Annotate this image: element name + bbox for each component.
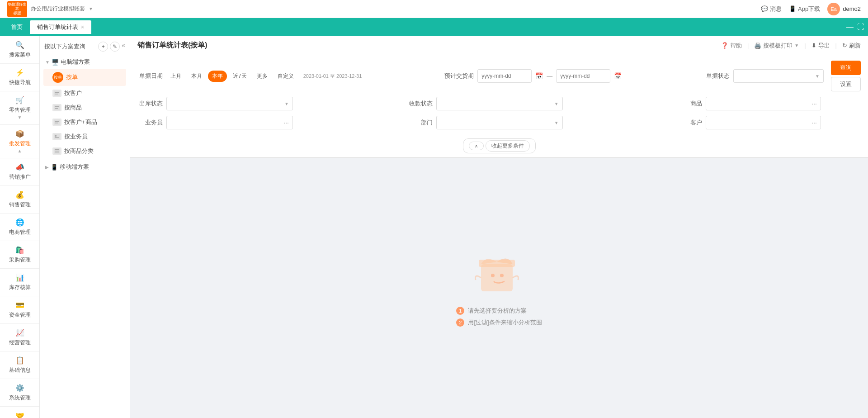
by-sales-icon — [52, 133, 61, 140]
cal-icon-2[interactable]: 📅 — [614, 72, 622, 80]
sidebar-item-wholesale[interactable]: 📦 批发管理 ▲ — [0, 125, 39, 158]
sidebar-item-system[interactable]: ⚙️ 系统管理 — [0, 379, 39, 407]
edit-scheme-btn[interactable]: ✎ — [110, 42, 120, 52]
filter-row-1: 单据日期 上月 本月 本年 近7天 更多 自定义 2023-01-01 至 20… — [137, 61, 861, 91]
sidebar: 🔍 搜索菜单 ⚡ 快捷导航 🛒 零售管理 ▼ 📦 批发管理 ▲ 📣 营销推广 💰… — [0, 36, 40, 418]
by-customer-icon — [52, 90, 61, 97]
tree-parent-desktop[interactable]: ▼ 🖥️ 电脑端方案 — [43, 55, 126, 69]
tree-child-by-customer[interactable]: 按客户 — [43, 86, 126, 100]
query-btn[interactable]: 查询 — [831, 61, 861, 75]
step-2-num: 2 — [456, 318, 464, 327]
department-select[interactable]: ▼ — [436, 116, 563, 129]
refresh-btn[interactable]: ↻ 刷新 — [842, 42, 861, 50]
filter-main: 单据日期 上月 本月 本年 近7天 更多 自定义 2023-01-01 至 20… — [130, 55, 868, 158]
settings-btn[interactable]: 设置 — [831, 77, 861, 91]
cal-icon-1[interactable]: 📅 — [535, 72, 543, 80]
tree-child-by-salesperson[interactable]: 按业务员 — [43, 129, 126, 144]
collapse-row[interactable]: ∧ 收起更多条件 — [130, 135, 868, 157]
collab-icon: 🤝 — [15, 411, 24, 418]
goods-select[interactable]: ··· — [706, 97, 821, 110]
shipment-status-select[interactable]: ▼ — [166, 97, 293, 110]
svg-rect-3 — [54, 105, 60, 110]
goods-label: 商品 — [677, 100, 702, 108]
date-last-month-btn[interactable]: 上月 — [166, 71, 185, 82]
tab-home[interactable]: 首页 — [4, 20, 30, 34]
salesperson-dots-icon: ··· — [283, 119, 289, 126]
sidebar-item-finance[interactable]: 💳 资金管理 — [0, 296, 39, 324]
svg-rect-9 — [54, 134, 60, 139]
sidebar-item-marketing[interactable]: 📣 营销推广 — [0, 158, 39, 186]
empty-state: 1 请先选择要分析的方案 2 用[过滤]条件来缩小分析范围 — [130, 158, 868, 418]
logo: 畅捷通好生意 标版 — [7, 1, 27, 17]
sidebar-item-operations[interactable]: 📈 经营管理 — [0, 324, 39, 352]
sidebar-item-basic[interactable]: 📋 基础信息 — [0, 352, 39, 379]
salesperson-select[interactable]: ··· — [166, 116, 293, 129]
sidebar-item-collab[interactable]: 🤝 企业协同 — [0, 407, 39, 418]
filter-area: 单据日期 上月 本月 本年 近7天 更多 自定义 2023-01-01 至 20… — [130, 55, 868, 129]
sidebar-item-inventory[interactable]: 📊 库存核算 — [0, 269, 39, 296]
by-cat-icon — [52, 147, 61, 155]
sidebar-item-shortcuts[interactable]: ⚡ 快捷导航 — [0, 64, 39, 91]
sidebar-item-ecommerce[interactable]: 🌐 电商管理 — [0, 214, 39, 241]
payment-status-select[interactable]: ▼ — [436, 97, 563, 110]
customer-select[interactable]: ··· — [706, 116, 821, 129]
date-this-year-btn[interactable]: 本年 — [208, 71, 227, 82]
expected-date-end-input[interactable] — [556, 69, 610, 83]
tab-minimize-btn[interactable]: — — [846, 23, 854, 31]
date-this-month-btn[interactable]: 本月 — [187, 71, 206, 82]
user-area[interactable]: Ea demo2 — [827, 3, 861, 15]
by-goods-icon — [52, 104, 61, 111]
print-icon: 🖨️ — [754, 42, 761, 49]
add-scheme-btn[interactable]: + — [98, 42, 108, 52]
sidebar-item-purchase[interactable]: 🛍️ 采购管理 — [0, 241, 39, 269]
tree-parent-mobile[interactable]: ▶ 📱 移动端方案 — [43, 160, 126, 174]
app-download-btn[interactable]: 📱 App下载 — [789, 5, 820, 13]
app-dropdown[interactable]: ▼ — [89, 6, 93, 11]
purchase-icon: 🛍️ — [15, 246, 24, 254]
export-btn[interactable]: ⬇ 导出 — [811, 42, 830, 50]
date-custom-btn[interactable]: 自定义 — [274, 71, 298, 82]
tree-child-by-customer-goods[interactable]: 按客户+商品 — [43, 115, 126, 129]
expected-date-start-input[interactable] — [477, 69, 532, 83]
marketing-icon: 📣 — [15, 163, 24, 171]
tab-close-icon[interactable]: × — [81, 24, 84, 30]
dept-arrow-icon: ▼ — [554, 120, 559, 125]
svg-rect-2 — [55, 94, 58, 95]
expected-date-label: 预计交货期 — [444, 72, 474, 80]
mobile-expand-icon: ▶ — [45, 165, 49, 170]
sidebar-item-retail[interactable]: 🛒 零售管理 ▼ — [0, 91, 39, 125]
divider2: | — [804, 42, 806, 49]
order-status-select[interactable]: ▼ — [733, 69, 824, 83]
wholesale-arrow-icon: ▲ — [18, 148, 22, 153]
help-btn[interactable]: ❓ 帮助 — [721, 42, 742, 50]
sales-icon: 💰 — [15, 190, 24, 199]
date-7days-btn[interactable]: 近7天 — [229, 71, 251, 82]
ecommerce-icon: 🌐 — [15, 218, 24, 227]
message-btn[interactable]: 💬 消息 — [761, 5, 782, 13]
department-label: 部门 — [407, 119, 433, 127]
topbar-right: 💬 消息 📱 App下载 Ea demo2 — [761, 3, 861, 15]
tree-child-by-goods[interactable]: 按商品 — [43, 100, 126, 115]
tree-child-by-order[interactable]: 按单 按单 — [43, 69, 126, 86]
sidebar-item-search[interactable]: 🔍 搜索菜单 — [0, 36, 39, 64]
svg-rect-13 — [55, 149, 59, 150]
retail-icon: 🛒 — [15, 96, 24, 104]
print-btn[interactable]: 🖨️ 按模板打印 ▼ — [754, 42, 799, 50]
by-order-icon: 按单 — [52, 72, 63, 83]
sidebar-item-sales[interactable]: 💰 销售管理 — [0, 186, 39, 214]
svg-point-19 — [500, 274, 504, 277]
tabbar: 首页 销售订单统计表 × — ⛶ — [0, 18, 868, 36]
left-panel-header: 按以下方案查询 + ✎ « — [40, 40, 130, 55]
tree-child-by-category[interactable]: 按商品分类 — [43, 144, 126, 158]
date-dash: — — [547, 73, 552, 80]
svg-rect-0 — [54, 90, 60, 96]
app-title: 办公用品行业模拟账套 — [31, 5, 85, 13]
date-more-btn[interactable]: 更多 — [253, 71, 272, 82]
left-panel-collapse-btn[interactable]: « — [122, 42, 125, 52]
tab-expand-btn[interactable]: ⛶ — [857, 23, 864, 31]
inventory-icon: 📊 — [15, 273, 24, 282]
tree-section: ▼ 🖥️ 电脑端方案 按单 按单 按客户 — [40, 55, 130, 174]
download-icon: 📱 — [789, 5, 796, 12]
tab-sales-order[interactable]: 销售订单统计表 × — [30, 20, 91, 34]
empty-step-2: 2 用[过滤]条件来缩小分析范围 — [456, 318, 542, 327]
